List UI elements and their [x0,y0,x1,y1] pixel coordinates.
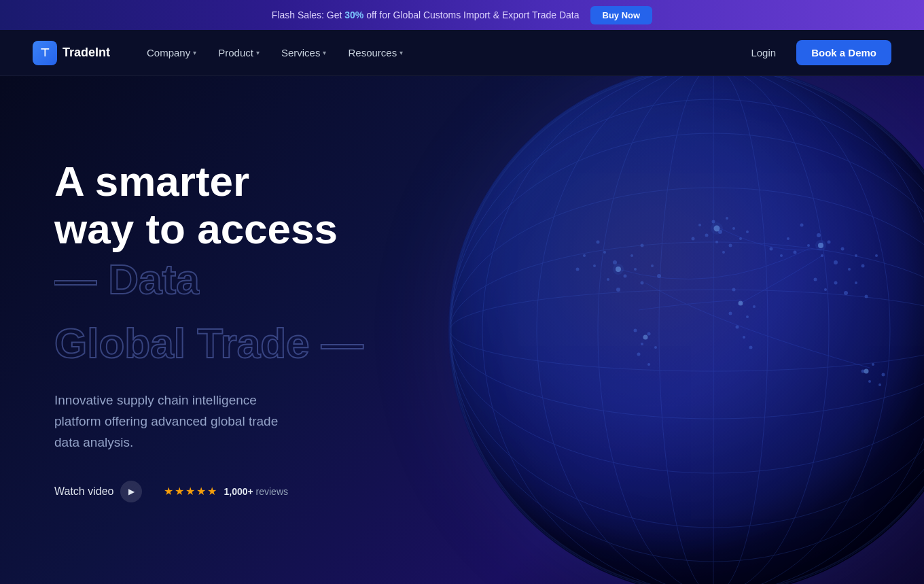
nav-links: Company ▾ Product ▾ Services ▾ Resources… [137,41,412,64]
logo[interactable]: ⊤ TradeInt [33,41,110,65]
play-icon: ▶ [120,481,142,502]
chevron-down-icon: ▾ [323,49,326,56]
navbar: ⊤ TradeInt Company ▾ Product ▾ Services … [0,30,924,76]
login-button[interactable]: Login [741,41,785,64]
svg-point-77 [868,380,871,383]
svg-point-66 [743,336,745,339]
globe-svg [448,76,924,584]
svg-point-68 [634,328,637,332]
star-5: ★ [207,485,217,498]
svg-point-86 [711,222,723,235]
svg-point-57 [844,291,848,295]
svg-point-34 [715,241,718,243]
svg-point-53 [875,254,878,257]
svg-point-23 [634,268,637,271]
nav-item-services[interactable]: Services ▾ [272,41,336,64]
logo-text: TradeInt [63,46,110,60]
reviews: ★ ★ ★ ★ ★ 1,000+ reviews [164,485,288,498]
svg-point-25 [651,264,654,267]
svg-point-83 [739,300,743,305]
hero-subtitle: Innovative supply chain intelligence pla… [54,390,363,453]
svg-point-45 [834,260,838,264]
svg-point-22 [576,267,580,271]
svg-point-58 [855,281,857,284]
svg-point-36 [698,224,701,226]
svg-point-73 [647,363,650,366]
flash-text: Flash Sales: Get 30% off for Global Cust… [272,10,580,20]
svg-point-19 [630,254,633,257]
chevron-down-icon: ▾ [193,49,196,56]
star-2: ★ [175,485,184,498]
watch-video-button[interactable]: Watch video ▶ [54,481,142,502]
svg-point-51 [848,268,851,271]
hero-actions: Watch video ▶ ★ ★ ★ ★ ★ 1,000+ reviews [54,481,363,502]
svg-point-18 [616,288,620,292]
svg-point-44 [841,247,845,250]
svg-point-56 [834,281,838,284]
svg-point-31 [705,233,709,237]
svg-point-70 [647,332,651,335]
nav-item-product[interactable]: Product ▾ [209,41,269,64]
svg-point-35 [722,251,725,254]
svg-point-12 [597,240,600,243]
svg-point-46 [855,254,857,257]
svg-point-15 [593,264,596,267]
svg-point-78 [878,383,881,386]
svg-point-50 [770,247,773,250]
word-slide: — Data [54,252,200,307]
svg-point-87 [815,240,826,251]
logo-icon: ⊤ [33,41,57,65]
svg-point-69 [641,343,643,345]
svg-point-62 [729,311,732,315]
star-1: ★ [164,485,173,498]
review-text: 1,000+ reviews [224,486,288,497]
star-3: ★ [185,485,195,498]
svg-point-41 [807,244,810,247]
flash-banner: Flash Sales: Get 30% off for Global Cust… [0,0,924,30]
hero-content: A smarter way to access — Data Global Tr… [0,103,418,556]
svg-point-65 [753,305,756,308]
nav-item-company[interactable]: Company ▾ [137,41,206,64]
svg-point-82 [864,368,869,373]
svg-point-76 [882,373,885,376]
svg-point-20 [641,243,644,247]
svg-point-60 [732,288,736,291]
svg-point-52 [861,264,865,267]
svg-point-67 [749,345,753,349]
hero-section: A smarter way to access — Data Global Tr… [0,76,924,584]
book-demo-button[interactable]: Book a Demo [796,40,891,65]
svg-point-28 [726,217,728,220]
word-data: — Data [54,252,200,307]
hero-title: A smarter way to access — Data Global Tr… [54,158,363,370]
svg-point-48 [794,250,797,254]
chevron-down-icon: ▾ [256,49,260,56]
chevron-down-icon: ▾ [399,49,403,56]
globe-container [448,76,924,584]
word-global-trade: Global Trade — [54,320,363,366]
svg-point-39 [800,223,804,226]
nav-item-resources[interactable]: Resources ▾ [338,41,412,64]
svg-point-16 [624,274,627,277]
svg-point-63 [746,315,749,318]
svg-point-30 [732,227,735,230]
flash-highlight: 30% [344,10,363,20]
svg-point-42 [828,240,831,243]
buy-now-button[interactable]: Buy Now [590,6,653,24]
svg-point-37 [746,230,749,233]
svg-point-72 [637,352,641,356]
svg-point-55 [824,288,827,291]
svg-point-33 [729,243,732,247]
svg-point-71 [654,346,657,349]
globe [448,76,924,584]
animated-words: — Data [54,252,200,307]
svg-point-13 [603,251,606,254]
nav-left: ⊤ TradeInt Company ▾ Product ▾ Services … [33,41,412,65]
svg-point-84 [643,334,648,339]
svg-point-38 [692,237,695,240]
nav-right: Login Book a Demo [741,40,891,65]
svg-point-75 [872,363,874,366]
svg-point-47 [787,237,789,240]
svg-point-59 [865,294,868,298]
stars: ★ ★ ★ ★ ★ [164,485,217,498]
svg-point-14 [613,260,617,264]
